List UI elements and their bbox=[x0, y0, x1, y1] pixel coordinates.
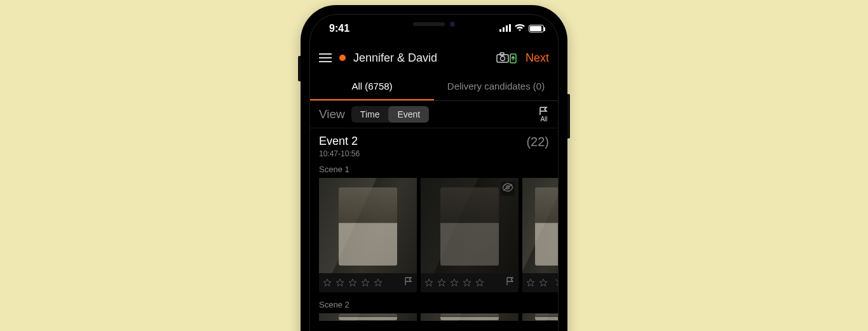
phone-frame: 9:41 Jennifer & David bbox=[301, 5, 567, 331]
wifi-icon bbox=[515, 23, 525, 34]
event-title: Event 2 bbox=[319, 135, 526, 148]
thumbnail-footer bbox=[421, 273, 519, 292]
star-icon[interactable] bbox=[463, 278, 471, 287]
tabs: All (6758) Delivery candidates (0) bbox=[310, 73, 558, 101]
thumbnail-card[interactable] bbox=[319, 178, 417, 292]
star-icon[interactable] bbox=[361, 278, 370, 287]
menu-button[interactable] bbox=[319, 53, 332, 62]
thumbnail-image bbox=[522, 313, 558, 321]
thumbnail-image bbox=[319, 313, 417, 321]
star-icon[interactable] bbox=[336, 278, 344, 287]
app-header: Jennifer & David Next bbox=[310, 43, 558, 73]
thumbnail-image bbox=[319, 178, 417, 273]
svg-rect-3 bbox=[509, 24, 511, 32]
star-icon[interactable] bbox=[323, 278, 332, 287]
star-icon[interactable] bbox=[348, 278, 357, 287]
star-icon[interactable] bbox=[450, 278, 459, 287]
svg-rect-2 bbox=[506, 25, 508, 32]
event-count: (22) bbox=[526, 135, 549, 149]
star-icon[interactable] bbox=[374, 278, 383, 287]
cellular-icon bbox=[499, 23, 511, 34]
status-time: 9:41 bbox=[329, 23, 349, 34]
hidden-icon bbox=[501, 182, 515, 196]
notch bbox=[377, 15, 491, 34]
flag-filter-button[interactable]: All bbox=[539, 107, 549, 123]
star-icon[interactable] bbox=[424, 278, 433, 287]
thumbnail-image bbox=[421, 313, 519, 321]
thumbnail-card[interactable] bbox=[421, 313, 519, 321]
flag-icon[interactable] bbox=[506, 277, 515, 288]
thumbnail-image bbox=[522, 178, 558, 273]
view-label: View bbox=[319, 107, 345, 121]
thumbnail-row bbox=[310, 313, 558, 321]
thumbnail-footer bbox=[522, 273, 558, 292]
flag-filter-label: All bbox=[540, 116, 547, 123]
record-indicator-icon bbox=[339, 55, 346, 61]
phone-screen: 9:41 Jennifer & David bbox=[309, 14, 559, 331]
event-time-range: 10:47-10:56 bbox=[319, 149, 526, 158]
view-segmented-control: Time Event bbox=[351, 106, 429, 123]
thumbnail-card[interactable] bbox=[421, 178, 519, 292]
tab-delivery[interactable]: Delivery candidates (0) bbox=[434, 73, 558, 100]
star-icon[interactable] bbox=[437, 278, 446, 287]
scene-label: Scene 2 bbox=[310, 297, 558, 313]
project-title: Jennifer & David bbox=[353, 51, 489, 65]
battery-icon bbox=[529, 25, 544, 32]
star-icon[interactable] bbox=[539, 278, 548, 287]
star-icon[interactable] bbox=[475, 278, 484, 287]
seg-time[interactable]: Time bbox=[351, 106, 389, 123]
status-icons bbox=[499, 23, 544, 34]
thumbnail-card[interactable] bbox=[522, 313, 558, 321]
tab-all[interactable]: All (6758) bbox=[310, 73, 434, 100]
star-icon[interactable] bbox=[526, 278, 535, 287]
svg-point-5 bbox=[500, 57, 505, 61]
thumbnail-footer bbox=[319, 273, 417, 292]
scene-label: Scene 1 bbox=[310, 162, 558, 178]
event-header: Event 2 10:47-10:56 (22) bbox=[310, 128, 558, 162]
flag-icon[interactable] bbox=[404, 277, 413, 288]
camera-import-icon[interactable] bbox=[496, 51, 518, 64]
seg-event[interactable]: Event bbox=[388, 106, 429, 123]
thumbnail-card[interactable] bbox=[522, 178, 558, 292]
star-icon[interactable] bbox=[552, 278, 558, 287]
svg-rect-6 bbox=[500, 53, 504, 55]
thumbnail-card[interactable] bbox=[319, 313, 417, 321]
next-button[interactable]: Next bbox=[526, 51, 549, 65]
thumbnail-image bbox=[421, 178, 519, 273]
thumbnail-row bbox=[310, 178, 558, 292]
view-row: View Time Event All bbox=[310, 101, 558, 128]
svg-rect-0 bbox=[499, 29, 501, 32]
svg-rect-1 bbox=[503, 27, 505, 32]
